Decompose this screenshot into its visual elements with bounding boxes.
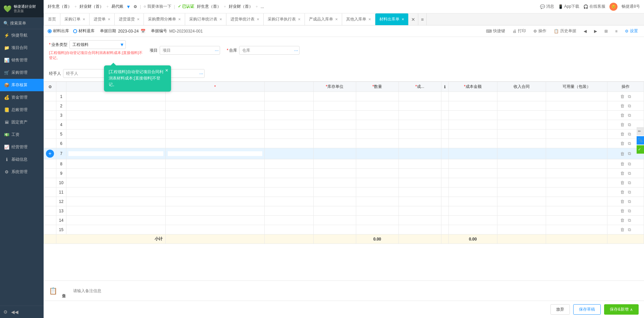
row-cell-2[interactable] (356, 169, 398, 178)
row-cell-4[interactable] (441, 169, 448, 178)
row-cell-3[interactable] (398, 101, 441, 111)
row-cell-7[interactable] (546, 148, 607, 159)
row-material-cell[interactable] (165, 216, 265, 225)
row-material-cell[interactable] (165, 101, 265, 111)
col-settings-btn[interactable]: ⚙ 设置 (623, 28, 640, 35)
row-copy-btn[interactable]: ⧉ (627, 141, 632, 147)
row-delete-btn[interactable]: 🗑 (619, 112, 626, 118)
row-copy-btn[interactable]: ⧉ (627, 151, 632, 157)
row-delete-btn[interactable]: 🗑 (619, 94, 626, 99)
row-project-cell[interactable] (66, 111, 166, 120)
row-cell-5[interactable] (448, 206, 497, 216)
row-project-cell[interactable] (66, 216, 166, 225)
nav-certified[interactable]: ✓ 已认证 (178, 4, 194, 9)
row-cell-5[interactable] (448, 101, 497, 111)
row-copy-btn[interactable]: ⧉ (627, 122, 632, 128)
nav-dropdown-icon[interactable]: ▼ (126, 4, 131, 9)
row-cell-0[interactable] (265, 197, 313, 206)
row-cell-2[interactable] (356, 197, 398, 206)
sidebar-item-system[interactable]: ⚙ 系统管理 (0, 166, 44, 178)
row-cell-6[interactable] (497, 120, 546, 129)
row-copy-btn[interactable]: ⧉ (627, 199, 632, 205)
tab-product-in[interactable]: 产成品入库单 ✕ (305, 13, 342, 25)
project-dots-icon[interactable]: ··· (215, 48, 219, 53)
row-copy-btn[interactable]: ⧉ (627, 227, 632, 233)
row-settings-icon[interactable] (44, 111, 56, 120)
row-cell-7[interactable] (546, 159, 607, 169)
operation-btn[interactable]: ⚙ 操作 (531, 28, 548, 35)
collapse-icon[interactable]: ◀◀ (11, 309, 18, 315)
row-cell-0[interactable] (265, 216, 313, 225)
nav-haoyecai1[interactable]: 好业财（首） (79, 4, 104, 9)
row-project-cell[interactable] (66, 197, 166, 206)
row-cell-5[interactable] (448, 120, 497, 129)
row-cell-0[interactable] (265, 92, 313, 101)
row-material-cell[interactable] (165, 206, 265, 216)
row-delete-btn[interactable]: 🗑 (619, 141, 626, 146)
row-copy-btn[interactable]: ⧉ (627, 161, 632, 167)
prev-btn[interactable]: ◀ (582, 28, 589, 34)
tab-purchase-return[interactable]: 进货退货 ✕ (115, 13, 144, 25)
row-cell-6[interactable] (497, 139, 546, 148)
row-cell-4[interactable] (441, 111, 448, 120)
row-project-cell[interactable] (66, 101, 166, 111)
row-project-cell[interactable] (66, 169, 166, 178)
row-cell-3[interactable] (398, 169, 441, 178)
row-cell-7[interactable] (546, 92, 607, 101)
row-cell-6[interactable] (497, 178, 546, 188)
row-cell-2[interactable] (356, 216, 398, 225)
row-cell-7[interactable] (546, 169, 607, 178)
radio-material-out[interactable]: 材料出库 (48, 28, 69, 34)
row-cell-1[interactable] (313, 159, 356, 169)
row-cell-1[interactable] (313, 178, 356, 188)
tab-purchase-exec[interactable]: 采购订单执行表 ✕ (264, 13, 305, 25)
row-settings-icon[interactable] (44, 101, 56, 111)
row-cell-1[interactable] (313, 111, 356, 120)
message-btn[interactable]: 💬 消息 (540, 4, 554, 9)
warehouse-dots-icon[interactable]: ··· (294, 48, 298, 53)
discard-button[interactable]: 放弃 (550, 304, 570, 315)
row-cell-7[interactable] (546, 225, 607, 234)
row-cell-7[interactable] (546, 129, 607, 139)
nav-settings-gear[interactable]: ⚙ (133, 4, 137, 9)
row-cell-2[interactable] (356, 206, 398, 216)
row-cell-5[interactable] (448, 216, 497, 225)
row-material-cell[interactable] (165, 188, 265, 197)
sidebar-item-purchase[interactable]: 🛒 采购管理 (0, 66, 44, 79)
row-cell-2[interactable] (356, 120, 398, 129)
tab-close-other-in[interactable]: ✕ (368, 17, 371, 21)
calendar-icon[interactable]: 📅 (141, 29, 146, 34)
row-cell-5[interactable] (448, 148, 497, 159)
row-copy-btn[interactable]: ⧉ (627, 112, 632, 118)
sidebar-item-basic-info[interactable]: ℹ 基础信息 (0, 153, 44, 166)
right-btn-2[interactable]: 📎 (637, 136, 644, 145)
row-cell-7[interactable] (546, 178, 607, 188)
row-copy-btn[interactable]: ⧉ (627, 217, 632, 223)
row-settings-icon[interactable] (44, 225, 56, 234)
docnum-value[interactable]: MD-20230324-001 (169, 29, 203, 34)
row-copy-btn[interactable]: ⧉ (627, 94, 632, 100)
row-project-cell[interactable] (66, 139, 166, 148)
row-cell-6[interactable] (497, 206, 546, 216)
next-btn[interactable]: ▶ (592, 28, 599, 34)
tab-close-purchase-exec[interactable]: ✕ (298, 17, 301, 21)
row-cell-5[interactable] (448, 225, 497, 234)
row-cell-2[interactable] (356, 148, 398, 159)
row-cell-6[interactable] (497, 216, 546, 225)
shortcut-btn[interactable]: ⌨ 快捷键 (484, 28, 507, 35)
radio-material-return[interactable]: 材料退库 (73, 28, 95, 34)
row-cell-4[interactable] (441, 206, 448, 216)
tab-purchase-expense[interactable]: 采购费用分摊单 ✕ (144, 13, 185, 25)
row-cell-2[interactable] (356, 178, 398, 188)
row-material-cell[interactable] (165, 92, 265, 101)
row-material-cell[interactable] (165, 159, 265, 169)
row-settings-icon[interactable] (44, 92, 56, 101)
sidebar-item-project-contract[interactable]: 📁 项目合同 (0, 42, 44, 54)
row-cell-0[interactable] (265, 178, 313, 188)
row-cell-2[interactable] (356, 188, 398, 197)
row-cell-1[interactable] (313, 139, 356, 148)
note-input[interactable] (73, 288, 639, 293)
list-view-btn[interactable]: ≡ (613, 28, 620, 34)
history-btn[interactable]: 📋 历史单据 (552, 28, 578, 35)
row-cell-0[interactable] (265, 225, 313, 234)
